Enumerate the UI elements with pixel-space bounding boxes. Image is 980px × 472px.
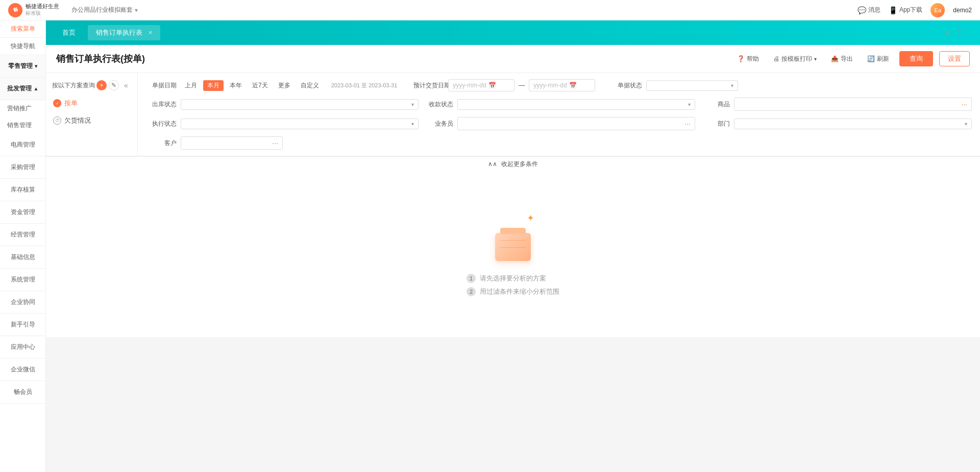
goods-label: 商品: [699, 100, 730, 109]
settings-button[interactable]: 设置: [939, 51, 970, 66]
tip-2-num: 2: [467, 287, 476, 296]
edit-scheme-btn[interactable]: ✎: [109, 80, 119, 90]
app-download-button[interactable]: 📱 App下载: [889, 6, 922, 14]
payment-select[interactable]: ▾: [457, 99, 695, 110]
sidebar-item-enterprise[interactable]: 企业协同: [0, 291, 45, 314]
download-icon: 📱: [889, 6, 897, 14]
collapse-icon: ∧∧: [488, 160, 497, 168]
date-tab-custom[interactable]: 自定义: [297, 80, 323, 91]
empty-tip-1: 1 请先选择要分析的方案: [467, 274, 546, 283]
tip-2-text: 用过滤条件来缩小分析范围: [480, 287, 559, 296]
date-placeholder-end: yyyy-mm-dd: [533, 82, 567, 89]
scheme-item-2[interactable]: ⏱ 欠货情况: [46, 112, 137, 129]
sidebar-item-marketing[interactable]: 营销推广: [0, 100, 45, 117]
sales-label: 销售管理: [7, 121, 32, 130]
close-tab-btn[interactable]: ✕: [941, 27, 953, 39]
header-left: 畅 畅捷通好生意 标准版 办公用品行业模拟账套 ▾: [8, 3, 138, 17]
goods-dots: ···: [961, 100, 967, 108]
collapse-btn[interactable]: «: [121, 80, 131, 90]
sidebar-item-wholesale[interactable]: 批发管理 ▲: [0, 78, 45, 100]
date-tab-more[interactable]: 更多: [274, 80, 295, 91]
filter-panel: 按以下方案查询 + ✎ «: [46, 73, 980, 156]
top-header: 畅 畅捷通好生意 标准版 办公用品行业模拟账套 ▾ 💬 消息 📱 App下载 E…: [0, 0, 980, 20]
edit-icon: ✎: [111, 82, 116, 89]
template-print-label: 按模板打印: [781, 55, 812, 63]
sidebar: 搜索菜单 快捷导航 零售管理 ▾ 批发管理 ▲ 营销推广 销售管理 电商管理 采…: [0, 20, 46, 472]
filter-row-2: 出库状态 ▾ 收款状态 ▾: [146, 98, 972, 111]
tab-close-btn[interactable]: ×: [149, 29, 153, 36]
member-label: 畅会员: [14, 388, 32, 396]
sidebar-item-newbie[interactable]: 新手引导: [0, 314, 45, 336]
breadcrumb[interactable]: 办公用品行业模拟账套 ▾: [71, 6, 138, 14]
tip-1-text: 请先选择要分析的方案: [480, 274, 546, 283]
export-label: 导出: [841, 55, 853, 63]
date-tab-this-month[interactable]: 本月: [203, 80, 224, 91]
scheme-item-1[interactable]: ✓ 按单: [46, 95, 137, 112]
scheme-2-icon: ⏱: [53, 116, 61, 125]
quick-nav-label: 快捷导航: [11, 42, 35, 50]
page-header: 销售订单执行表(按单) ❓ 帮助 🖨 按模板打印 📤 导出: [46, 45, 980, 73]
scheme-1-label: 按单: [64, 99, 78, 108]
page-title: 销售订单执行表(按单): [56, 53, 145, 65]
tab-current[interactable]: 销售订单执行表 ×: [88, 25, 160, 40]
box-line2: [500, 247, 526, 248]
appstore-label: 应用中心: [11, 343, 35, 351]
content-area: 首页 销售订单执行表 × ✕ ⛶ 销售订单执行表(按单) ❓ 帮助: [46, 20, 980, 472]
customer-group: 客户 ···: [146, 136, 283, 150]
expected-date-start-input[interactable]: yyyy-mm-dd 📅: [448, 79, 514, 91]
export-icon: 📤: [831, 55, 839, 62]
left-panel: 按以下方案查询 + ✎ «: [46, 73, 138, 156]
help-btn[interactable]: ❓ 帮助: [733, 53, 763, 65]
fullscreen-btn[interactable]: ⛶: [955, 27, 968, 39]
sidebar-item-inventory[interactable]: 库存核算: [0, 179, 45, 201]
template-print-btn[interactable]: 🖨 按模板打印: [769, 53, 821, 65]
sidebar-item-member[interactable]: 畅会员: [0, 381, 45, 404]
customer-label: 客户: [146, 139, 177, 148]
exec-select[interactable]: ▾: [181, 119, 419, 129]
date-placeholder-start: yyyy-mm-dd: [453, 82, 486, 89]
collapse-label: 收起更多条件: [501, 160, 538, 168]
message-button[interactable]: 💬 消息: [857, 6, 880, 14]
sidebar-item-wechat[interactable]: 企业微信: [0, 359, 45, 381]
sidebar-item-retail[interactable]: 零售管理 ▾: [0, 55, 45, 78]
expected-date-end-input[interactable]: yyyy-mm-dd 📅: [529, 79, 595, 91]
sidebar-item-basics[interactable]: 基础信息: [0, 246, 45, 269]
refresh-label: 刷新: [877, 55, 889, 63]
sidebar-item-ecommerce[interactable]: 电商管理: [0, 134, 45, 156]
delivery-select[interactable]: ▾: [181, 99, 419, 110]
tab-home[interactable]: 首页: [54, 25, 84, 40]
sidebar-quick-nav[interactable]: 快捷导航: [0, 38, 45, 55]
export-btn[interactable]: 📤 导出: [827, 53, 857, 65]
goods-input[interactable]: ···: [734, 98, 972, 111]
avatar[interactable]: Ea: [930, 3, 945, 17]
collapse-bar[interactable]: ∧∧ 收起更多条件: [46, 156, 980, 172]
date-filter-group: 单据日期 上月 本月 本年 近7天 更多 自定义 2023-03-01 至 20…: [146, 80, 397, 91]
customer-dots: ···: [272, 139, 278, 147]
wholesale-label: 批发管理: [7, 84, 32, 93]
logo-area[interactable]: 畅 畅捷通好生意 标准版: [8, 3, 59, 17]
dept-group: 部门 ▾: [699, 119, 972, 129]
right-filter-area: 单据日期 上月 本月 本年 近7天 更多 自定义 2023-03-01 至 20…: [138, 73, 980, 156]
sidebar-search[interactable]: 搜索菜单: [0, 20, 45, 38]
sidebar-item-purchase[interactable]: 采购管理: [0, 156, 45, 179]
query-button[interactable]: 查询: [899, 51, 933, 66]
sidebar-item-system[interactable]: 系统管理: [0, 269, 45, 291]
status-label: 单据状态: [611, 81, 642, 90]
salesman-input[interactable]: ···: [457, 117, 695, 130]
sidebar-item-sales[interactable]: 销售管理: [0, 117, 45, 134]
date-tab-7days[interactable]: 近7天: [248, 80, 272, 91]
status-select[interactable]: ▾: [646, 80, 738, 91]
dept-select[interactable]: ▾: [734, 119, 972, 129]
sidebar-item-appstore[interactable]: 应用中心: [0, 336, 45, 359]
add-scheme-btn[interactable]: +: [96, 80, 107, 90]
sidebar-item-finance[interactable]: 资金管理: [0, 201, 45, 224]
customer-input[interactable]: ···: [181, 136, 283, 150]
refresh-btn[interactable]: 🔄 刷新: [863, 53, 893, 65]
date-tab-last-month[interactable]: 上月: [181, 80, 201, 91]
box-line: [500, 240, 526, 241]
breadcrumb-text: 办公用品行业模拟账套: [71, 6, 133, 14]
sidebar-item-operations[interactable]: 经营管理: [0, 224, 45, 246]
exec-chevron: ▾: [411, 121, 414, 127]
status-group: 单据状态 ▾: [611, 80, 738, 91]
date-tab-this-year[interactable]: 本年: [226, 80, 246, 91]
